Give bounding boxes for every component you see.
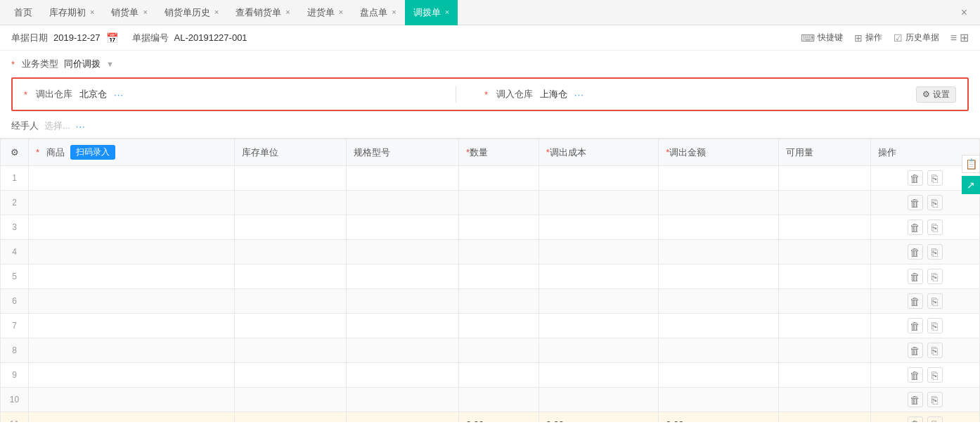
delete-icon[interactable]: 🗑 [908, 269, 923, 284]
in-warehouse-more[interactable]: ··· [574, 89, 584, 100]
cost-cell[interactable] [539, 265, 659, 289]
spec-cell[interactable] [347, 166, 458, 191]
copy-icon[interactable]: ⎘ [927, 318, 943, 333]
qty-cell[interactable] [458, 363, 539, 388]
copy-icon-subtotal[interactable]: ⎘ [927, 416, 943, 422]
delete-icon[interactable]: 🗑 [908, 195, 923, 210]
cost-cell[interactable] [539, 338, 659, 363]
delete-icon[interactable]: 🗑 [908, 343, 923, 358]
cost-cell[interactable] [539, 289, 659, 314]
qty-cell[interactable] [458, 265, 539, 289]
available-cell[interactable] [778, 388, 870, 412]
cost-cell[interactable] [539, 166, 659, 191]
unit-cell[interactable] [234, 289, 346, 314]
amount-cell[interactable] [659, 338, 779, 363]
delete-icon[interactable]: 🗑 [908, 293, 923, 309]
delete-icon[interactable]: 🗑 [908, 170, 923, 186]
product-cell[interactable] [29, 215, 235, 240]
out-warehouse-more[interactable]: ··· [114, 89, 124, 100]
tab-transfer[interactable]: 调拨单 × [405, 0, 458, 25]
product-cell[interactable] [29, 289, 235, 314]
tab-transfer-close[interactable]: × [445, 8, 449, 16]
unit-cell[interactable] [234, 240, 346, 265]
handler-more[interactable]: ··· [76, 121, 86, 132]
copy-icon[interactable]: ⎘ [927, 392, 943, 407]
spec-cell[interactable] [347, 215, 458, 240]
product-cell[interactable] [29, 338, 235, 363]
qty-cell[interactable] [458, 215, 539, 240]
available-cell[interactable] [778, 338, 870, 363]
unit-cell[interactable] [234, 363, 346, 388]
available-cell[interactable] [778, 265, 870, 289]
tab-sales-history-close[interactable]: × [214, 8, 219, 16]
copy-icon[interactable]: ⎘ [927, 244, 943, 260]
delete-icon[interactable]: 🗑 [908, 392, 923, 407]
copy-icon[interactable]: ⎘ [927, 219, 943, 235]
available-cell[interactable] [778, 191, 870, 215]
qty-cell[interactable] [458, 240, 539, 265]
view-toggle-grid[interactable]: ⊞ [960, 31, 969, 44]
delete-icon[interactable]: 🗑 [908, 219, 923, 235]
qty-cell[interactable] [458, 388, 539, 412]
unit-cell[interactable] [234, 388, 346, 412]
qty-cell[interactable] [458, 314, 539, 338]
unit-cell[interactable] [234, 338, 346, 363]
qty-cell[interactable] [458, 289, 539, 314]
tab-purchase-close[interactable]: × [339, 8, 343, 16]
settings-button[interactable]: ⚙ 设置 [916, 87, 956, 103]
spec-cell[interactable] [347, 240, 458, 265]
delete-icon[interactable]: 🗑 [908, 318, 923, 333]
amount-cell[interactable] [659, 388, 779, 412]
available-cell[interactable] [778, 314, 870, 338]
amount-cell[interactable] [659, 240, 779, 265]
business-type-value[interactable]: 同价调拨 [64, 58, 101, 70]
qty-cell[interactable] [458, 166, 539, 191]
in-warehouse-value[interactable]: 上海仓 [540, 88, 567, 101]
copy-icon[interactable]: ⎘ [927, 367, 943, 383]
handler-input[interactable]: 选择... [44, 120, 70, 132]
th-settings[interactable]: ⚙ [1, 139, 29, 166]
tab-home[interactable]: 首页 [6, 0, 41, 25]
spec-cell[interactable] [347, 363, 458, 388]
product-cell[interactable] [29, 166, 235, 191]
tab-inventory-init[interactable]: 库存期初 × [41, 0, 103, 25]
spec-cell[interactable] [347, 191, 458, 215]
unit-cell[interactable] [234, 265, 346, 289]
calendar-icon[interactable]: 📅 [106, 32, 118, 44]
cost-cell[interactable] [539, 388, 659, 412]
sidebar-doc-icon[interactable]: 📋 [962, 155, 980, 173]
spec-cell[interactable] [347, 289, 458, 314]
available-cell[interactable] [778, 240, 870, 265]
view-toggle-list[interactable]: ≡ [950, 32, 957, 44]
window-close-button[interactable]: × [954, 0, 974, 25]
cost-cell[interactable] [539, 215, 659, 240]
out-warehouse-value[interactable]: 北京仓 [79, 88, 107, 101]
amount-cell[interactable] [659, 166, 779, 191]
copy-icon[interactable]: ⎘ [927, 343, 943, 358]
product-cell[interactable] [29, 265, 235, 289]
tab-sales-order-close[interactable]: × [143, 8, 147, 16]
cost-cell[interactable] [539, 363, 659, 388]
amount-cell[interactable] [659, 265, 779, 289]
amount-cell[interactable] [659, 191, 779, 215]
spec-cell[interactable] [347, 388, 458, 412]
product-cell[interactable] [29, 191, 235, 215]
shortcuts-button[interactable]: ⌨ 快捷键 [801, 32, 843, 44]
delete-icon[interactable]: 🗑 [908, 244, 923, 260]
spec-cell[interactable] [347, 314, 458, 338]
cost-cell[interactable] [539, 191, 659, 215]
spec-cell[interactable] [347, 338, 458, 363]
available-cell[interactable] [778, 289, 870, 314]
cost-cell[interactable] [539, 240, 659, 265]
available-cell[interactable] [778, 215, 870, 240]
product-cell[interactable] [29, 314, 235, 338]
scan-entry-button[interactable]: 扫码录入 [70, 145, 115, 160]
sidebar-expand-icon[interactable]: ↗ [962, 176, 980, 194]
amount-cell[interactable] [659, 314, 779, 338]
delete-icon-subtotal[interactable]: 🗑 [908, 416, 923, 422]
copy-icon[interactable]: ⎘ [927, 293, 943, 309]
qty-cell[interactable] [458, 338, 539, 363]
unit-cell[interactable] [234, 215, 346, 240]
amount-cell[interactable] [659, 363, 779, 388]
unit-cell[interactable] [234, 191, 346, 215]
